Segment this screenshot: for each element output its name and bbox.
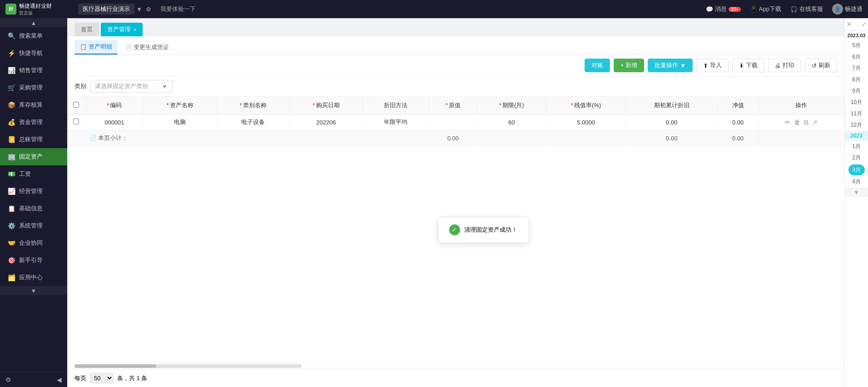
sidebar-label-purchase: 采购管理 xyxy=(19,84,43,92)
row-code: 000001 xyxy=(85,114,144,130)
sidebar-scroll-up[interactable]: ▲ xyxy=(0,18,67,27)
sidebar-bottom: ⚙ ◀ xyxy=(0,372,67,387)
app-download-btn[interactable]: 📱 App下载 xyxy=(750,5,781,13)
success-message: 清理固定资产成功！ xyxy=(464,226,517,234)
reconcile-button[interactable]: 对账 xyxy=(585,59,610,72)
sidebar-label-enterprise: 企业协同 xyxy=(19,239,43,247)
sidebar-item-basic-info[interactable]: 📋 基础信息 xyxy=(0,200,67,217)
batch-ops-dropdown-icon: ▼ xyxy=(680,62,686,69)
month-item-4[interactable]: 4月 xyxy=(845,176,868,188)
app-edition: 普及版 xyxy=(19,10,52,16)
import-button[interactable]: ⬆ 导入 xyxy=(696,59,729,72)
company-name[interactable]: 医疗器械行业演示 xyxy=(78,4,134,15)
tab-home[interactable]: 首页 xyxy=(74,23,99,36)
sub-tab-change-voucher[interactable]: 📄 变更生成凭证 xyxy=(119,40,174,54)
sidebar-item-ledger[interactable]: 📒 总账管理 xyxy=(0,131,67,148)
per-page-select[interactable]: 50 100 200 xyxy=(90,373,114,383)
filter-category-select[interactable]: 请选择固定资产类别 ▼ xyxy=(90,80,173,93)
download-icon: 📱 xyxy=(750,6,757,13)
sidebar-settings-icon[interactable]: ⚙ xyxy=(5,376,11,383)
inventory-icon: 📦 xyxy=(7,101,15,109)
filter-category-placeholder: 请选择固定资产类别 xyxy=(95,82,148,90)
sidebar-item-fixed-assets[interactable]: 🏢 固定资产 xyxy=(0,148,67,165)
sub-tab-asset-detail[interactable]: 📋 资产明细 xyxy=(74,40,118,55)
sidebar-item-inventory[interactable]: 📦 库存核算 xyxy=(0,96,67,114)
row-name: 电脑 xyxy=(144,114,217,130)
online-service-btn[interactable]: 🎧 在线客服 xyxy=(790,5,823,13)
month-item-12[interactable]: 12月 xyxy=(845,119,868,131)
messages-btn[interactable]: 💬 消息 99+ xyxy=(706,5,741,13)
sidebar-item-system[interactable]: ⚙️ 系统管理 xyxy=(0,217,67,234)
new-button[interactable]: + 新增 xyxy=(614,59,644,72)
edit-icon[interactable]: ✏ xyxy=(785,119,790,126)
refresh-button[interactable]: ↺ 刷新 xyxy=(805,59,837,72)
table-footer: 每页 50 100 200 条，共 1 条 xyxy=(67,369,844,387)
sidebar-item-sales[interactable]: 📊 销售管理 xyxy=(0,62,67,79)
month-item-1[interactable]: 1月 xyxy=(845,141,868,152)
messages-label: 消息 xyxy=(715,5,727,13)
th-actions: 操作 xyxy=(759,97,844,114)
download-button[interactable]: ⬇ 下载 xyxy=(732,59,764,72)
month-item-9[interactable]: 9月 xyxy=(845,85,868,97)
right-panel-scroll-down[interactable]: ▼ xyxy=(845,188,868,197)
subtotal-original-value: 0.00 xyxy=(429,130,477,146)
purchase-icon: 🛒 xyxy=(7,84,15,92)
tabs-bar: 首页 资产管理 × xyxy=(67,18,844,36)
user-profile-btn[interactable]: 👤 畅捷通 xyxy=(832,4,863,15)
month-item-6[interactable]: 6月 xyxy=(845,51,868,63)
table-header-row: *编码 *资产名称 *类别名称 *购买日期 折旧方法 *原值 *期限(月) *残… xyxy=(67,97,844,114)
tab-home-label: 首页 xyxy=(81,25,93,34)
tab-asset-mgmt[interactable]: 资产管理 × xyxy=(101,23,143,36)
horizontal-scrollbar-thumb[interactable] xyxy=(74,364,156,368)
app-center-icon: 🗂️ xyxy=(7,273,15,282)
subtotal-net-value: 0.00 xyxy=(717,130,759,146)
month-item-11[interactable]: 11月 xyxy=(845,108,868,119)
delete-icon[interactable]: 🗑 xyxy=(794,119,800,126)
th-accumulated: 期初累计折旧 xyxy=(626,97,717,114)
panel-close-icon[interactable]: ✕ xyxy=(847,21,852,28)
month-item-10[interactable]: 10月 xyxy=(845,97,868,108)
batch-ops-button[interactable]: 批量操作 ▼ xyxy=(648,59,693,72)
month-item-2[interactable]: 2月 xyxy=(845,152,868,164)
month-item-8[interactable]: 8月 xyxy=(845,74,868,85)
row-checkbox-cell xyxy=(67,114,85,130)
sidebar-item-enterprise[interactable]: 🤝 企业协同 xyxy=(0,234,67,252)
sidebar-item-operations[interactable]: 📈 经营管理 xyxy=(0,183,67,200)
tab-close-icon[interactable]: × xyxy=(134,27,136,32)
settings-icon[interactable]: ⚙ xyxy=(146,6,151,13)
row-checkbox[interactable] xyxy=(73,119,79,124)
month-item-7[interactable]: 7月 xyxy=(845,63,868,74)
experience-btn[interactable]: 我要体验一下 xyxy=(160,5,196,13)
horizontal-scrollbar-track[interactable] xyxy=(74,364,302,368)
company-selector[interactable]: 医疗器械行业演示 ▼ ⚙ 我要体验一下 xyxy=(78,4,706,15)
table-wrapper: *编码 *资产名称 *类别名称 *购买日期 折旧方法 *原值 *期限(月) *残… xyxy=(67,97,844,362)
more-icon[interactable]: ↗ xyxy=(812,119,818,126)
sidebar-item-app-center[interactable]: 🗂️ 应用中心 xyxy=(0,269,67,286)
company-dropdown-icon[interactable]: ▼ xyxy=(136,6,142,13)
filter-category-label: 类别 xyxy=(74,82,86,90)
sidebar-item-quick-nav[interactable]: ⚡ 快捷导航 xyxy=(0,45,67,62)
basic-info-icon: 📋 xyxy=(7,204,15,213)
sidebar-label-payroll: 工资 xyxy=(19,170,31,178)
sidebar-item-guide[interactable]: 🎯 新手引导 xyxy=(0,252,67,269)
sidebar-item-search[interactable]: 🔍 搜索菜单 xyxy=(0,27,67,45)
sidebar-item-purchase[interactable]: 🛒 采购管理 xyxy=(0,79,67,96)
print-button[interactable]: 🖨 打印 xyxy=(768,59,801,72)
panel-expand-icon[interactable]: ⤢ xyxy=(861,21,866,28)
sidebar-scroll-down[interactable]: ▼ xyxy=(0,286,67,295)
guide-icon: 🎯 xyxy=(7,256,15,264)
row-depreciation-method: 年限平均 xyxy=(362,114,429,130)
operations-icon: 📈 xyxy=(7,187,15,195)
select-all-checkbox[interactable] xyxy=(73,102,79,108)
sidebar-label-ledger: 总账管理 xyxy=(19,135,43,144)
sidebar-item-payroll[interactable]: 💵 工资 xyxy=(0,165,67,183)
copy-icon[interactable]: ⧉ xyxy=(804,119,808,126)
month-item-3-active[interactable]: 3月 xyxy=(848,164,865,175)
success-checkmark-icon: ✓ xyxy=(449,224,460,235)
month-item-5[interactable]: 5月 xyxy=(845,40,868,51)
sidebar-collapse-icon[interactable]: ◀ xyxy=(57,376,62,383)
sidebar-item-finance[interactable]: 💰 资金管理 xyxy=(0,114,67,131)
sidebar-label-guide: 新手引导 xyxy=(19,256,43,264)
th-net-value: 净值 xyxy=(717,97,759,114)
sidebar-label-search: 搜索菜单 xyxy=(19,32,43,40)
